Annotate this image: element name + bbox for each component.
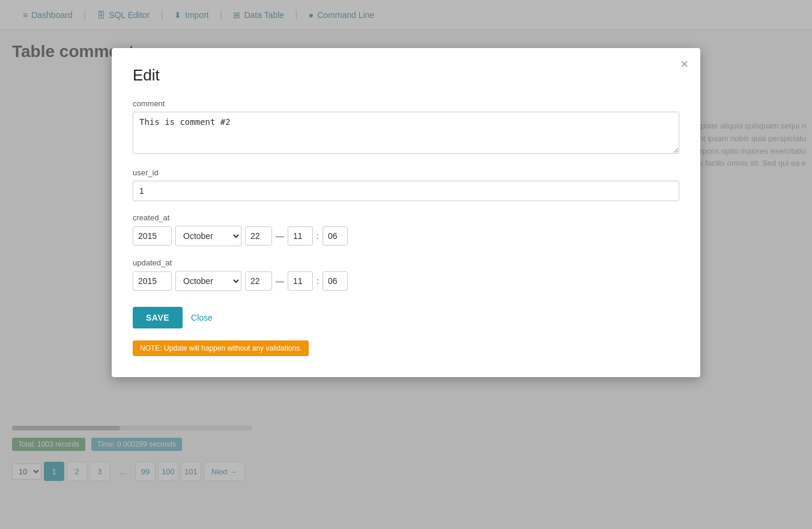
updated-at-dash: — <box>276 276 284 286</box>
updated-at-month[interactable]: JanuaryFebruaryMarchAprilMayJuneJulyAugu… <box>175 271 241 291</box>
created-at-label: created_at <box>133 213 679 222</box>
note-banner: NOTE: Update will happen without any val… <box>133 340 309 356</box>
user-id-input[interactable] <box>133 181 679 201</box>
updated-at-colon: : <box>317 276 319 286</box>
updated-at-minute[interactable] <box>323 271 348 291</box>
created-at-colon: : <box>317 231 319 241</box>
created-at-group: created_at JanuaryFebruaryMarchAprilMayJ… <box>133 213 679 246</box>
edit-modal: × Edit comment user_id created_at Januar… <box>112 48 700 377</box>
created-at-minute[interactable] <box>323 226 348 246</box>
modal-close-button[interactable]: × <box>680 58 688 71</box>
close-button[interactable]: Close <box>191 313 213 322</box>
updated-at-datetime-row: JanuaryFebruaryMarchAprilMayJuneJulyAugu… <box>133 271 679 291</box>
button-row: SAVE Close <box>133 307 679 328</box>
updated-at-group: updated_at JanuaryFebruaryMarchAprilMayJ… <box>133 258 679 291</box>
modal-overlay: × Edit comment user_id created_at Januar… <box>0 0 812 529</box>
updated-at-day[interactable] <box>245 271 272 291</box>
user-id-label: user_id <box>133 168 679 177</box>
save-button[interactable]: SAVE <box>133 307 183 328</box>
updated-at-hour[interactable] <box>288 271 313 291</box>
created-at-day[interactable] <box>245 226 272 246</box>
updated-at-year[interactable] <box>133 271 172 291</box>
modal-title: Edit <box>133 66 679 85</box>
created-at-hour[interactable] <box>288 226 313 246</box>
comment-group: comment <box>133 99 679 156</box>
comment-label: comment <box>133 99 679 108</box>
created-at-dash: — <box>276 231 284 241</box>
updated-at-label: updated_at <box>133 258 679 267</box>
created-at-month[interactable]: JanuaryFebruaryMarchAprilMayJuneJulyAugu… <box>175 226 241 246</box>
created-at-year[interactable] <box>133 226 172 246</box>
created-at-datetime-row: JanuaryFebruaryMarchAprilMayJuneJulyAugu… <box>133 226 679 246</box>
comment-textarea[interactable] <box>133 112 679 154</box>
user-id-group: user_id <box>133 168 679 201</box>
